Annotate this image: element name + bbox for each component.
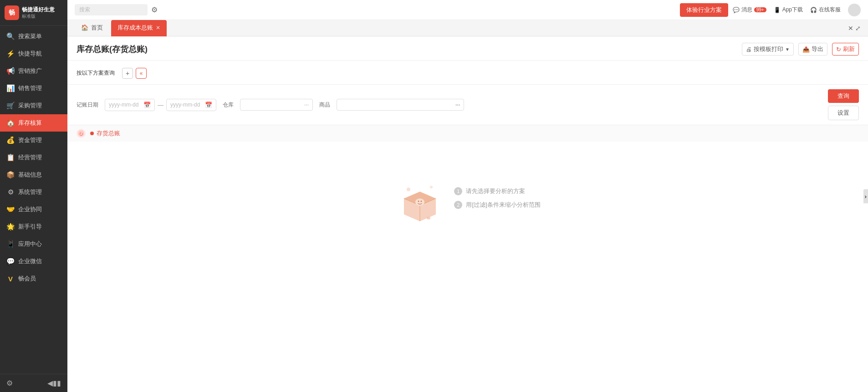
date-start-input[interactable]: yyyy-mm-dd 📅 — [105, 99, 155, 111]
online-service-button[interactable]: 🎧 在线客服 — [810, 6, 841, 14]
sidebar-item-sales[interactable]: 📊 销售管理 — [0, 80, 67, 97]
warehouse-more-icon: ··· — [304, 102, 309, 108]
tip-item-1: 1 请先选择要分析的方案 — [454, 187, 540, 195]
svg-point-12 — [421, 201, 422, 202]
warehouse-select[interactable]: ··· — [240, 99, 313, 111]
purchase-icon: 🛒 — [6, 102, 15, 110]
user-avatar[interactable] — [848, 4, 861, 16]
vip-icon: V — [6, 275, 15, 283]
system-icon: ⚙ — [6, 188, 15, 196]
svg-point-8 — [430, 186, 433, 188]
sidebar-item-system[interactable]: ⚙ 系统管理 — [0, 183, 67, 201]
search-placeholder-text: 搜索 — [79, 6, 90, 14]
headset-icon: 🎧 — [810, 7, 817, 13]
empty-illustration — [395, 178, 440, 224]
header-search-box[interactable]: 搜索 — [75, 4, 148, 15]
basic-icon: 📦 — [6, 171, 15, 179]
header-settings-icon[interactable]: ⚙ — [151, 5, 158, 14]
goods-more-icon: ··· — [455, 102, 460, 108]
top-header: 搜索 ⚙ 体验行业方案 💬 消息 99+ 📱 App下载 🎧 在线客服 — [67, 0, 868, 20]
date-end-placeholder: yyyy-mm-dd — [170, 102, 200, 108]
logo-main: 畅捷通好生意 — [22, 6, 55, 14]
tab-inventory-ledger[interactable]: 库存成本总账 ✕ — [111, 20, 167, 36]
tip-item-2: 2 用[过滤]条件来缩小分析范围 — [454, 201, 540, 209]
tab-close-icon[interactable]: ✕ — [156, 25, 160, 31]
print-chevron-icon: ▼ — [785, 47, 790, 52]
online-service-label: 在线客服 — [819, 6, 841, 14]
right-panel-close-button[interactable]: › — [863, 189, 868, 203]
sidebar-item-marketing[interactable]: 📢 营销推广 — [0, 62, 67, 80]
tab-area-expand-icon[interactable]: ⤢ — [855, 25, 861, 32]
sidebar-item-weixin-label: 企业微信 — [18, 257, 42, 265]
query-button[interactable]: 查询 — [828, 89, 859, 103]
weixin-icon: 💬 — [6, 257, 15, 265]
marketing-icon: 📢 — [6, 67, 15, 75]
export-label: 导出 — [812, 45, 823, 53]
sidebar-item-guide[interactable]: 🌟 新手引导 — [0, 218, 67, 235]
scheme-dot — [90, 132, 94, 135]
sidebar-item-operation[interactable]: 📋 经营管理 — [0, 149, 67, 166]
tip-text-2: 用[过滤]条件来缩小分析范围 — [466, 201, 540, 209]
filter-add-button[interactable]: + — [122, 68, 133, 79]
sidebar-item-weixin[interactable]: 💬 企业微信 — [0, 253, 67, 270]
sidebar-item-inventory-label: 库存核算 — [18, 119, 42, 127]
date-start-placeholder: yyyy-mm-dd — [109, 102, 138, 108]
messages-button[interactable]: 💬 消息 99+ — [733, 6, 766, 14]
messages-badge: 99+ — [754, 7, 766, 12]
scheme-item-label: 存货总账 — [97, 129, 120, 137]
sidebar-nav: 🔍 搜索菜单 ⚡ 快捷导航 📢 营销推广 📊 销售管理 🛒 采购管理 🏠 库存核… — [0, 26, 67, 374]
sidebar-item-purchase[interactable]: 🛒 采购管理 — [0, 97, 67, 114]
messages-label: 消息 — [741, 6, 752, 14]
logo-icon: 畅 — [5, 5, 19, 20]
export-button[interactable]: 📤 导出 — [798, 43, 827, 56]
footer-audio-icon[interactable]: ◀▮▮ — [47, 379, 61, 387]
sidebar-item-apps-label: 应用中心 — [18, 240, 42, 248]
app-download-button[interactable]: 📱 App下载 — [774, 6, 803, 14]
sidebar-item-basic[interactable]: 📦 基础信息 — [0, 166, 67, 183]
sidebar-item-enterprise-label: 企业协同 — [18, 205, 42, 214]
sidebar-item-apps[interactable]: 📱 应用中心 — [0, 235, 67, 253]
refresh-icon: ↻ — [836, 46, 841, 53]
print-template-button[interactable]: 🖨 按模板打印 ▼ — [742, 43, 794, 56]
industry-solution-button[interactable]: 体验行业方案 — [680, 3, 728, 17]
sidebar-item-shortcut-label: 快捷导航 — [18, 50, 42, 58]
header-right: 💬 消息 99+ 📱 App下载 🎧 在线客服 — [733, 4, 861, 16]
svg-text:⭮: ⭮ — [79, 132, 83, 136]
svg-rect-9 — [427, 217, 430, 219]
filter-settings-button[interactable]: 设置 — [828, 106, 859, 120]
empty-tips: 1 请先选择要分析的方案 2 用[过滤]条件来缩小分析范围 — [454, 187, 540, 214]
scheme-item[interactable]: 存货总账 — [90, 129, 120, 137]
logo-text: 畅捷通好生意 标准版 — [22, 6, 55, 20]
filter-section: 按以下方案查询 + « — [67, 61, 868, 85]
right-panel-controls: › — [863, 189, 868, 203]
empty-content: 1 请先选择要分析的方案 2 用[过滤]条件来缩小分析范围 — [395, 178, 540, 224]
phone-icon: 📱 — [774, 7, 781, 13]
sidebar-item-finance[interactable]: 💰 资金管理 — [0, 132, 67, 149]
sidebar-item-basic-label: 基础信息 — [18, 171, 42, 179]
sales-icon: 📊 — [6, 84, 15, 92]
refresh-button[interactable]: ↻ 刷新 — [832, 43, 859, 56]
goods-select[interactable]: ··· — [337, 99, 464, 111]
filter-collapse-button[interactable]: « — [136, 68, 147, 79]
page-title: 库存总账(存货总账) — [77, 44, 148, 55]
tip-num-2: 2 — [454, 201, 462, 209]
sidebar-item-system-label: 系统管理 — [18, 188, 42, 196]
scheme-badge: ⭮ — [77, 129, 86, 138]
enterprise-icon: 🤝 — [6, 205, 15, 214]
sidebar-item-shortcut[interactable]: ⚡ 快捷导航 — [0, 45, 67, 62]
empty-box-svg — [395, 178, 445, 228]
scheme-icon: ⭮ — [78, 130, 84, 137]
sidebar-item-inventory[interactable]: 🏠 库存核算 — [0, 114, 67, 132]
footer-settings-icon[interactable]: ⚙ — [6, 379, 13, 387]
tab-home[interactable]: 🏠 首页 — [75, 20, 109, 36]
refresh-label: 刷新 — [843, 45, 855, 53]
sidebar-item-search[interactable]: 🔍 搜索菜单 — [0, 28, 67, 45]
inventory-icon: 🏠 — [6, 119, 15, 127]
sidebar-item-vip[interactable]: V 畅会员 — [0, 270, 67, 287]
logo-sub: 标准版 — [22, 13, 55, 19]
sidebar: 畅 畅捷通好生意 标准版 🔍 搜索菜单 ⚡ 快捷导航 📢 营销推广 📊 销售管理… — [0, 0, 67, 392]
sidebar-footer: ⚙ ◀▮▮ — [0, 374, 67, 392]
tab-area-close-icon[interactable]: ✕ — [848, 25, 853, 32]
date-end-input[interactable]: yyyy-mm-dd 📅 — [166, 99, 216, 111]
sidebar-item-enterprise[interactable]: 🤝 企业协同 — [0, 201, 67, 218]
